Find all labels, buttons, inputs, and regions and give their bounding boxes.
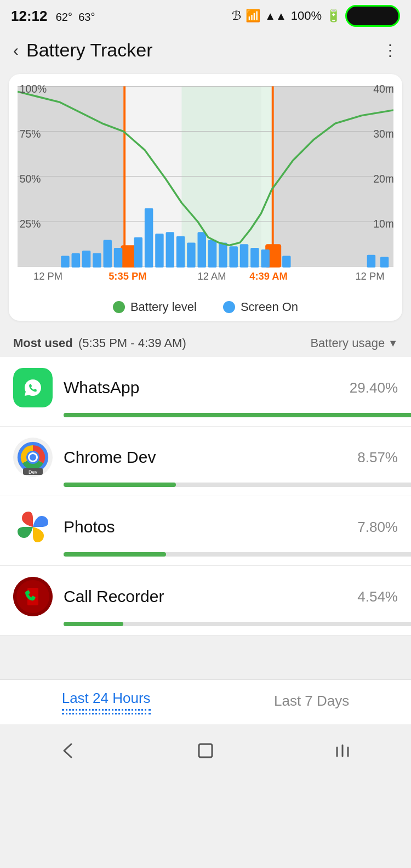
tab-last-24-hours[interactable]: Last 24 Hours bbox=[62, 690, 151, 714]
list-item[interactable]: Photos 7.80% bbox=[0, 496, 411, 566]
call-recorder-icon bbox=[13, 577, 53, 616]
battery-chart[interactable]: 100% 75% 50% 25% 40m 30m 20m 10m 12 PM 5… bbox=[18, 83, 393, 291]
svg-rect-25 bbox=[198, 232, 206, 268]
page-title: Battery Tracker bbox=[26, 39, 153, 61]
battery-level-dot bbox=[113, 301, 125, 313]
svg-rect-31 bbox=[261, 249, 269, 268]
temp1: 62° bbox=[56, 11, 72, 23]
whatsapp-icon bbox=[13, 368, 53, 407]
app-list: WhatsApp 29.40% bbox=[0, 357, 411, 636]
photos-icon bbox=[13, 507, 53, 547]
svg-text:12 PM: 12 PM bbox=[355, 270, 384, 282]
app-name: Photos bbox=[64, 518, 357, 536]
screen-on-label: Screen On bbox=[241, 300, 298, 314]
temp2: 63° bbox=[78, 11, 95, 23]
svg-rect-10 bbox=[272, 86, 274, 266]
svg-text:75%: 75% bbox=[20, 128, 41, 140]
svg-rect-26 bbox=[208, 240, 216, 268]
status-time-temp: 12:12 62° 63° bbox=[11, 8, 95, 25]
svg-text:50%: 50% bbox=[20, 173, 41, 185]
chrome-dev-icon: Dev bbox=[13, 438, 53, 477]
battery-percent: 100% bbox=[291, 9, 322, 23]
status-bar: 12:12 62° 63° ℬ 📶 ▲▲ 100% 🔋 bbox=[0, 0, 411, 31]
chart-svg: 100% 75% 50% 25% 40m 30m 20m 10m 12 PM 5… bbox=[18, 83, 393, 291]
more-options-button[interactable]: ⋮ bbox=[383, 41, 398, 59]
svg-rect-27 bbox=[219, 242, 227, 267]
progress-bar-fill bbox=[64, 413, 411, 417]
svg-point-54 bbox=[30, 454, 36, 461]
signal-icon: ▲▲ bbox=[265, 10, 287, 22]
svg-text:40m: 40m bbox=[373, 83, 393, 95]
progress-bar-fill bbox=[64, 622, 123, 626]
svg-rect-17 bbox=[104, 240, 112, 268]
svg-rect-16 bbox=[93, 253, 101, 268]
app-row: Dev Chrome Dev 8.57% bbox=[13, 438, 398, 477]
chart-card: 100% 75% 50% 25% 40m 30m 20m 10m 12 PM 5… bbox=[9, 74, 402, 321]
battery-usage-label: Battery usage bbox=[310, 336, 385, 350]
screen-on-legend: Screen On bbox=[223, 300, 298, 314]
app-row: Photos 7.80% bbox=[13, 507, 398, 547]
nav-left: ‹ Battery Tracker bbox=[13, 39, 153, 61]
svg-text:25%: 25% bbox=[20, 218, 41, 230]
camera-pill bbox=[345, 5, 400, 27]
svg-rect-28 bbox=[229, 246, 237, 268]
svg-rect-30 bbox=[250, 248, 259, 268]
svg-rect-24 bbox=[187, 242, 195, 267]
svg-rect-21 bbox=[155, 234, 163, 268]
svg-rect-20 bbox=[145, 208, 153, 268]
wifi-icon: 📶 bbox=[246, 9, 260, 23]
svg-text:5:35 PM: 5:35 PM bbox=[109, 270, 146, 282]
most-used-header: Most used (5:35 PM - 4:39 AM) Battery us… bbox=[0, 325, 411, 357]
app-row: WhatsApp 29.40% bbox=[13, 368, 398, 407]
most-used-label: Most used (5:35 PM - 4:39 AM) bbox=[13, 336, 186, 350]
svg-text:4:39 AM: 4:39 AM bbox=[249, 270, 288, 282]
home-nav-button[interactable] bbox=[189, 734, 222, 767]
back-nav-button[interactable] bbox=[52, 734, 85, 767]
svg-rect-15 bbox=[82, 251, 90, 268]
svg-text:Dev: Dev bbox=[28, 469, 38, 475]
svg-rect-22 bbox=[166, 232, 174, 268]
list-item[interactable]: Dev Chrome Dev 8.57% bbox=[0, 427, 411, 496]
progress-bar-bg bbox=[64, 622, 411, 626]
svg-rect-9 bbox=[123, 86, 125, 266]
battery-level-legend: Battery level bbox=[113, 300, 197, 314]
app-percent: 8.57% bbox=[357, 449, 398, 466]
back-button[interactable]: ‹ bbox=[13, 41, 19, 60]
app-percent: 4.54% bbox=[357, 588, 398, 605]
recent-nav-button[interactable] bbox=[326, 734, 359, 767]
tab-last-7-days[interactable]: Last 7 Days bbox=[274, 693, 349, 712]
list-item[interactable]: Call Recorder 4.54% bbox=[0, 566, 411, 636]
svg-rect-33 bbox=[367, 255, 375, 268]
bluetooth-icon: ℬ bbox=[232, 9, 241, 23]
app-name: Call Recorder bbox=[64, 587, 357, 606]
system-nav-bar bbox=[0, 724, 411, 780]
time: 12:12 bbox=[11, 8, 48, 24]
top-nav: ‹ Battery Tracker ⋮ bbox=[0, 31, 411, 70]
svg-rect-34 bbox=[380, 257, 389, 268]
svg-rect-23 bbox=[176, 236, 185, 268]
battery-usage-dropdown[interactable]: Battery usage ▼ bbox=[310, 336, 398, 350]
progress-bar-bg bbox=[64, 483, 411, 487]
list-item[interactable]: WhatsApp 29.40% bbox=[0, 357, 411, 427]
app-row: Call Recorder 4.54% bbox=[13, 577, 398, 616]
progress-bar-fill bbox=[64, 552, 166, 557]
svg-rect-59 bbox=[199, 744, 212, 757]
svg-text:12 AM: 12 AM bbox=[198, 270, 226, 282]
progress-bar-fill bbox=[64, 483, 176, 487]
battery-level-label: Battery level bbox=[130, 300, 197, 314]
tab-7d-label: Last 7 Days bbox=[274, 693, 349, 709]
app-name: WhatsApp bbox=[64, 378, 350, 397]
svg-text:10m: 10m bbox=[373, 218, 393, 230]
svg-rect-29 bbox=[240, 244, 248, 268]
tab-24h-label: Last 24 Hours bbox=[62, 690, 151, 706]
svg-rect-18 bbox=[114, 248, 122, 268]
battery-icon: 🔋 bbox=[326, 9, 341, 23]
app-name: Chrome Dev bbox=[64, 448, 357, 467]
app-percent: 29.40% bbox=[350, 379, 398, 396]
progress-bar-bg bbox=[64, 413, 411, 417]
bottom-tabs: Last 24 Hours Last 7 Days bbox=[0, 679, 411, 724]
svg-text:30m: 30m bbox=[373, 128, 393, 140]
app-percent: 7.80% bbox=[357, 519, 398, 536]
svg-rect-32 bbox=[282, 256, 290, 268]
time-range: (5:35 PM - 4:39 AM) bbox=[78, 336, 186, 350]
